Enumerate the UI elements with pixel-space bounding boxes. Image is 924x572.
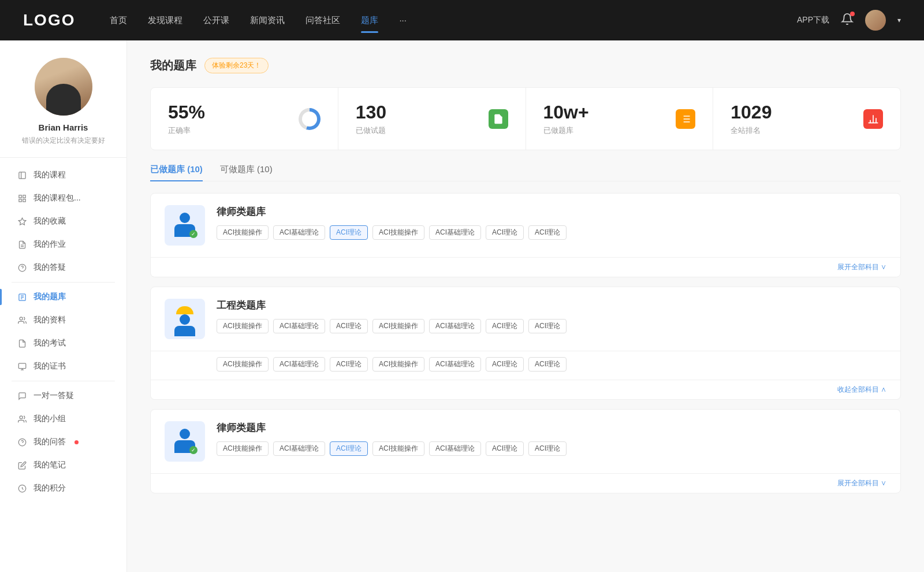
sidebar-label-my-course: 我的课程 [33,170,66,180]
extra-tag-engineer1-3[interactable]: ACI技能操作 [372,357,424,372]
qbank-expand-lawyer1[interactable]: 展开全部科目 ∨ [151,257,900,277]
my-answer-icon [17,437,27,447]
notification-bell[interactable] [841,13,854,28]
stat-label-正确率: 正确率 [168,125,289,136]
tag-lawyer2-1[interactable]: ACI基础理论 [273,441,325,456]
trial-badge: 体验剩余23天！ [204,58,269,73]
badge-dot-my-answer [74,440,79,444]
logo[interactable]: LOGO [23,11,75,29]
sidebar-label-my-answer: 我的问答 [33,437,66,447]
my-qbank-icon [17,292,27,302]
engineer-icon-wrap [165,299,205,339]
app-download-button[interactable]: APP下载 [797,15,829,25]
sidebar-item-my-points[interactable]: 我的积分 [0,477,126,500]
extra-tag-engineer1-4[interactable]: ACI基础理论 [429,357,481,372]
tag-engineer1-5[interactable]: ACI理论 [486,319,524,333]
qbank-title-lawyer2: 律师类题库 [217,421,886,434]
sidebar-item-my-answer[interactable]: 我的问答 [0,430,126,454]
qbank-expand-engineer1[interactable]: 收起全部科目 ∧ [151,380,900,399]
nav-right: APP下载 ▾ [797,10,901,31]
sidebar-item-my-notes[interactable]: 我的笔记 [0,454,126,477]
stat-label-已做题库: 已做题库 [543,125,667,136]
avatar [35,58,92,116]
tag-engineer1-3[interactable]: ACI技能操作 [372,319,424,333]
sidebar-item-my-homework[interactable]: 我的作业 [0,233,126,256]
sidebar-label-my-cert: 我的证书 [33,361,66,372]
tag-lawyer2-5[interactable]: ACI理论 [486,441,524,456]
chart-icon [863,109,883,129]
navbar: LOGO 首页发现课程公开课新闻资讯问答社区题库··· APP下载 ▾ [0,0,924,40]
sidebar-item-my-favorites[interactable]: 我的收藏 [0,210,126,233]
my-group-icon [17,414,27,424]
tag-lawyer2-3[interactable]: ACI技能操作 [372,441,424,456]
tag-lawyer2-2[interactable]: ACI理论 [330,441,368,456]
nav-link-新闻资讯[interactable]: 新闻资讯 [250,13,285,28]
sidebar-label-my-exam: 我的考试 [33,338,66,348]
qbank-extra-tags-engineer1: ACI技能操作ACI基础理论ACI理论ACI技能操作ACI基础理论ACI理论AC… [151,351,900,380]
sidebar-item-my-course-pkg[interactable]: 我的课程包... [0,187,126,210]
extra-tag-engineer1-0[interactable]: ACI技能操作 [217,357,269,372]
sidebar-label-my-profile: 我的资料 [33,315,66,325]
nav-link-问答社区[interactable]: 问答社区 [305,13,340,28]
extra-tag-engineer1-6[interactable]: ACI理论 [528,357,567,372]
nav-link-题库[interactable]: 题库 [361,13,378,28]
nav-link-···[interactable]: ··· [399,13,407,28]
tag-lawyer2-4[interactable]: ACI基础理论 [429,441,481,456]
tag-lawyer1-5[interactable]: ACI理论 [486,225,524,240]
page-body: Brian Harris 错误的决定比没有决定要好 我的课程我的课程包...我的… [0,40,924,572]
tag-lawyer1-1[interactable]: ACI基础理论 [273,225,325,240]
tab-可做题库 (10)[interactable]: 可做题库 (10) [220,164,273,181]
my-course-pkg-icon [17,194,27,203]
stat-number-已做试题: 130 [356,102,479,123]
stat-number-正确率: 55% [168,102,289,123]
stat-item-全站排名: 1029全站排名 [713,88,900,150]
sidebar-label-my-qbank: 我的题库 [33,292,66,302]
lawyer-icon-wrap: ✓ [165,421,205,462]
my-qa-icon [17,263,27,272]
tag-lawyer1-2[interactable]: ACI理论 [330,225,368,240]
sidebar-label-my-homework: 我的作业 [33,239,66,250]
list-icon [676,109,695,129]
sidebar-item-my-tutor[interactable]: 一对一答疑 [0,384,126,407]
nav-link-公开课[interactable]: 公开课 [203,13,229,28]
qbank-card-lawyer1: ✓ 律师类题库ACI技能操作ACI基础理论ACI理论ACI技能操作ACI基础理论… [150,193,901,277]
tab-已做题库 (10)[interactable]: 已做题库 (10) [150,164,203,181]
sidebar-item-my-profile[interactable]: 我的资料 [0,309,126,332]
sidebar-item-my-qa[interactable]: 我的答疑 [0,256,126,279]
my-favorites-icon [17,217,27,226]
sidebar-item-my-cert[interactable]: 我的证书 [0,355,126,378]
profile-motto: 错误的决定比没有决定要好 [13,136,114,146]
tag-engineer1-2[interactable]: ACI理论 [330,319,368,333]
user-avatar[interactable] [865,10,886,31]
sidebar-item-my-qbank[interactable]: 我的题库 [0,285,126,309]
tag-lawyer1-4[interactable]: ACI基础理论 [429,225,481,240]
tag-engineer1-6[interactable]: ACI理论 [528,319,567,333]
sidebar-label-my-notes: 我的笔记 [33,460,66,470]
tag-lawyer2-6[interactable]: ACI理论 [528,441,567,456]
tag-engineer1-1[interactable]: ACI基础理论 [273,319,325,333]
nav-link-发现课程[interactable]: 发现课程 [148,13,182,28]
qbank-expand-lawyer2[interactable]: 展开全部科目 ∨ [151,473,900,493]
my-cert-icon [17,362,27,371]
svg-rect-5 [23,199,25,201]
my-tutor-icon [17,391,27,400]
stat-number-已做题库: 10w+ [543,102,667,123]
tag-engineer1-4[interactable]: ACI基础理论 [429,319,481,333]
sidebar-label-my-qa: 我的答疑 [33,262,66,273]
tag-lawyer1-3[interactable]: ACI技能操作 [372,225,424,240]
tag-engineer1-0[interactable]: ACI技能操作 [217,319,269,333]
tag-lawyer1-6[interactable]: ACI理论 [528,225,567,240]
nav-link-首页[interactable]: 首页 [110,13,127,28]
tag-lawyer2-0[interactable]: ACI技能操作 [217,441,269,456]
extra-tag-engineer1-1[interactable]: ACI基础理论 [273,357,325,372]
extra-tag-engineer1-2[interactable]: ACI理论 [330,357,368,372]
extra-tag-engineer1-5[interactable]: ACI理论 [486,357,524,372]
my-exam-icon [17,339,27,348]
tag-lawyer1-0[interactable]: ACI技能操作 [217,225,269,240]
sidebar-item-my-exam[interactable]: 我的考试 [0,332,126,355]
user-menu-chevron[interactable]: ▾ [897,16,901,24]
sidebar-item-my-group[interactable]: 我的小组 [0,407,126,430]
sidebar-item-my-course[interactable]: 我的课程 [0,164,126,187]
sidebar-menu: 我的课程我的课程包...我的收藏我的作业我的答疑我的题库我的资料我的考试我的证书… [0,158,126,506]
stat-label-已做试题: 已做试题 [356,125,479,136]
